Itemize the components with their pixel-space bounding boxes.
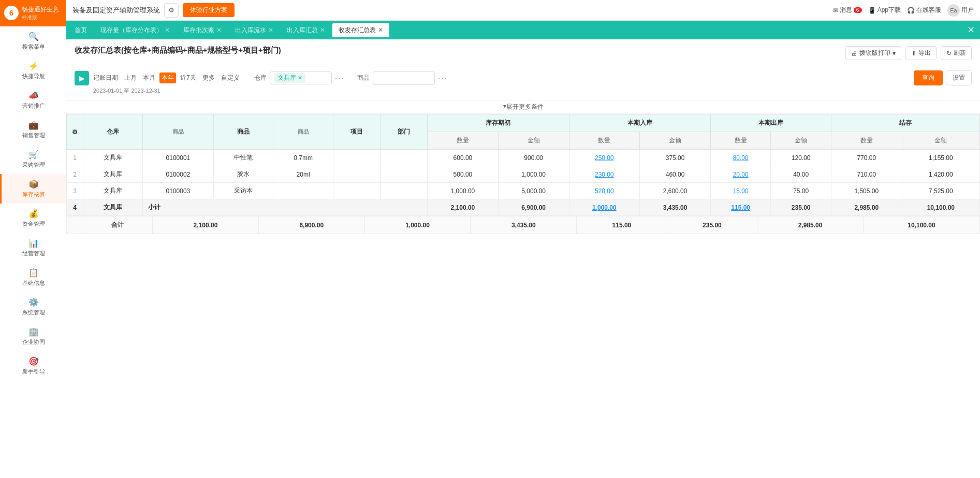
phone-icon: 📱 [868, 7, 876, 14]
avatar: Ea [947, 4, 960, 17]
print-btn[interactable]: 🖨 拨锁版打印 ▾ [845, 46, 901, 60]
total-bal-qty: 2,985.00 [757, 216, 864, 234]
sidebar-item-inventory[interactable]: 📦库存核算 [0, 174, 66, 204]
cell-name: 胶水 [213, 166, 273, 183]
cell-out-qty[interactable]: 80.00 [710, 150, 771, 166]
sidebar-item-quicknav[interactable]: ⚡快捷导航 [0, 56, 66, 85]
col-out: 本期出库 [710, 114, 831, 132]
filter-settings-btn[interactable]: 设置 [946, 70, 972, 85]
sidebar-item-operation[interactable]: 📊经营管理 [0, 233, 66, 263]
in-qty-link[interactable]: 230.00 [595, 171, 614, 178]
col-dept: 部门 [381, 114, 428, 150]
cell-dept [381, 166, 428, 183]
out-qty-link[interactable]: 20.00 [733, 171, 749, 178]
gear-icon[interactable]: ⚙ [164, 3, 179, 18]
filter-expand-btn[interactable]: ▶ [75, 71, 89, 85]
date-btn-本月[interactable]: 本月 [141, 73, 157, 83]
tab-stock[interactable]: 现存量（库存分布表）✕ [94, 23, 176, 37]
col-opening: 库存期初 [428, 114, 569, 132]
subtotal-in-qty-link[interactable]: 1,000.00 [592, 204, 617, 211]
cell-bal-qty: 770.00 [831, 150, 902, 166]
table-row: 3 文具库 0100003 采访本 1,000.00 5,000.00 520.… [67, 183, 980, 199]
col-project: 项目 [333, 114, 381, 150]
date-btn-自定义[interactable]: 自定义 [219, 73, 242, 83]
warehouse-tag: 文具库 ✕ [274, 73, 305, 83]
page-title: 收发存汇总表(按仓库+商品编码+商品+规格型号+项目+部门) [75, 46, 281, 55]
out-qty-link[interactable]: 15.00 [733, 187, 749, 195]
warehouse-filter[interactable]: 文具库 ✕ [270, 71, 332, 84]
app-logo: 6 畅捷通好生意 标准版 [0, 0, 66, 26]
tab-close-receive[interactable]: ✕ [378, 26, 383, 34]
sub-bal-qty: 数量 [831, 132, 902, 150]
table-settings-col[interactable]: ⚙ [67, 114, 83, 150]
message-badge: 6 [854, 7, 862, 13]
sidebar-item-sales[interactable]: 💼销售管理 [0, 115, 66, 144]
product-filter[interactable] [373, 71, 435, 85]
total-row: 合计 2,100.00 6,900.00 1,000.00 3,435.00 1… [66, 216, 980, 234]
sidebar-item-system[interactable]: ⚙️系统管理 [0, 292, 66, 322]
date-btn-本年[interactable]: 本年 [159, 73, 176, 83]
subtotal-warehouse: 文具库 [83, 199, 143, 216]
date-btn-上月[interactable]: 上月 [122, 73, 139, 83]
online-service-item[interactable]: 🎧 在线客服 [907, 6, 941, 15]
basic-icon: 📋 [28, 268, 39, 278]
sidebar-item-newbie[interactable]: 🎯新手引导 [0, 351, 66, 381]
sidebar-item-purchase[interactable]: 🛒采购管理 [0, 144, 66, 174]
app-download-item[interactable]: 📱 App下载 [868, 6, 901, 15]
tab-batch[interactable]: 库存批次账✕ [177, 23, 228, 37]
tab-close-stock[interactable]: ✕ [165, 26, 170, 34]
export-btn[interactable]: ⬆ 导出 [905, 46, 937, 60]
cell-in-qty[interactable]: 230.00 [569, 166, 640, 183]
experience-btn[interactable]: 体验行业方案 [183, 3, 235, 17]
finance-icon: 💰 [28, 209, 39, 219]
cell-warehouse: 文具库 [83, 150, 143, 166]
tab-close-summary[interactable]: ✕ [320, 26, 325, 34]
sidebar-item-basic[interactable]: 📋基础信息 [0, 263, 66, 292]
tab-summary[interactable]: 出入库汇总✕ [281, 23, 331, 37]
cell-out-qty[interactable]: 20.00 [710, 166, 771, 183]
total-in-amt: 3,435.00 [471, 216, 577, 234]
in-qty-link[interactable]: 250.00 [595, 154, 614, 162]
sidebar-item-search[interactable]: 🔍搜索菜单 [0, 26, 66, 56]
tab-inout[interactable]: 出入库流水✕ [229, 23, 280, 37]
warehouse-label: 仓库 [254, 74, 267, 82]
purchase-icon: 🛒 [28, 150, 39, 160]
tabs-close-all[interactable]: ✕ [964, 24, 978, 36]
cell-dept [381, 183, 428, 199]
col-name: 商品 [213, 114, 273, 150]
sub-in-amt: 金额 [640, 132, 711, 150]
message-item[interactable]: ✉ 消息 6 [833, 6, 862, 15]
sidebar-item-marketing[interactable]: 📣营销推广 [0, 85, 66, 115]
warehouse-tag-close[interactable]: ✕ [298, 75, 302, 81]
cell-out-amt: 75.00 [771, 183, 831, 199]
expand-more-btn[interactable]: ▾ 展开更多条件 [66, 100, 980, 114]
date-range: 2023-01-01 至 2023-12-31 [93, 88, 160, 94]
out-qty-link[interactable]: 80.00 [733, 154, 749, 162]
page-header: 收发存汇总表(按仓库+商品编码+商品+规格型号+项目+部门) 🖨 拨锁版打印 ▾… [66, 39, 980, 65]
tab-close-batch[interactable]: ✕ [216, 26, 222, 34]
in-qty-link[interactable]: 520.00 [595, 187, 614, 195]
warehouse-dots[interactable]: ··· [335, 74, 345, 83]
subtotal-out-qty-link[interactable]: 115.00 [731, 204, 750, 211]
sidebar-item-enterprise[interactable]: 🏢企业协同 [0, 322, 66, 351]
query-btn[interactable]: 查询 [914, 70, 943, 85]
tab-receive[interactable]: 收发存汇总表✕ [332, 23, 389, 37]
product-dots[interactable]: ··· [438, 74, 448, 83]
sidebar-item-finance[interactable]: 💰资金管理 [0, 204, 66, 233]
subtotal-name: 小计 [143, 199, 428, 216]
tab-home[interactable]: 首页 [68, 23, 93, 37]
print-icon: 🖨 [851, 50, 857, 57]
user-item[interactable]: Ea 用户 [947, 4, 974, 17]
tab-close-inout[interactable]: ✕ [268, 26, 273, 34]
cell-out-qty[interactable]: 15.00 [710, 183, 771, 199]
cell-in-qty[interactable]: 250.00 [569, 150, 640, 166]
cell-in-qty[interactable]: 520.00 [569, 183, 640, 199]
refresh-btn[interactable]: ↻ 刷新 [941, 46, 972, 60]
date-btn-更多[interactable]: 更多 [200, 73, 217, 83]
message-icon: ✉ [833, 7, 838, 14]
subtotal-in-qty: 1,000.00 [569, 199, 640, 216]
sidebar-label-finance: 资金管理 [22, 220, 45, 228]
subtotal-out-qty: 115.00 [710, 199, 771, 216]
date-btn-近7天[interactable]: 近7天 [178, 73, 198, 83]
sidebar-label-basic: 基础信息 [22, 279, 45, 287]
